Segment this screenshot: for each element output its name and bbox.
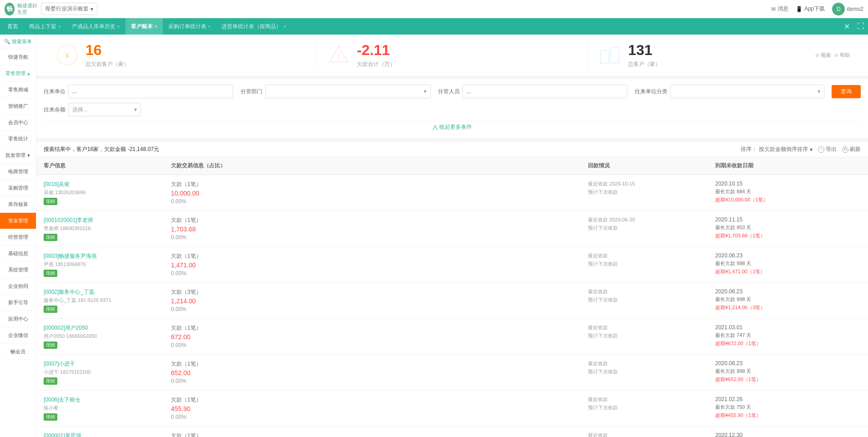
overdue-info-2: 2020.06.23 最长欠款 998 天 超期¥1,471.00（1笔） [715, 252, 861, 275]
customer-name-6[interactable]: [0006]去下粮仓 [44, 396, 171, 404]
company-selector[interactable]: 母婴行业演示账套 ▾ [41, 3, 97, 15]
sidebar-item-retail-mall[interactable]: 零售商城 [0, 82, 36, 98]
overdue-date-5: 2020.06.23 [715, 360, 861, 367]
debt-info-0: 欠款（1笔） 10,000.00 0.00% [171, 181, 588, 205]
user-menu[interactable]: D demo2 [832, 3, 863, 15]
overdue-link-5[interactable]: 超期¥652.00（1笔） [715, 376, 861, 383]
video-help-button[interactable]: ⊙ 视频 [815, 52, 831, 59]
close-all-tabs-button[interactable]: ✕ [842, 22, 852, 31]
customer-name-3[interactable]: [0002]服务中心_丁磊 [44, 288, 171, 296]
close-tab-icon[interactable]: × [283, 24, 286, 29]
dept-select[interactable]: ▾ [265, 85, 430, 98]
tab-home[interactable]: 首页 [2, 23, 24, 30]
payback-latest-0: 最近收款 2020-10-15 [588, 181, 715, 187]
unit-category-label: 往来单位分类 [635, 88, 667, 95]
sidebar-item-basic-info[interactable]: 基础信息 [0, 246, 36, 262]
export-button[interactable]: ↑ 导出 [818, 146, 837, 153]
sidebar-item-retail-stats[interactable]: 零售统计 [0, 131, 36, 147]
tab-customer-account[interactable]: 客户账本 × [125, 18, 163, 35]
sort-select[interactable]: 排序： 按欠款金额倒序排序 ▾ [741, 146, 813, 153]
overdue-days-2: 最长欠款 998 天 [715, 260, 861, 267]
help-button[interactable]: ⊙ 帮助 [834, 52, 850, 59]
payback-info-3: 最近收款 预计下次收款 [588, 288, 715, 303]
total-customers-icon [597, 42, 622, 68]
table-row: [0001020001]李老师 李老师 18600391516 现销 欠款（1笔… [36, 211, 868, 247]
payback-info-5: 最近收款 预计下次收款 [588, 360, 715, 375]
debt-info-2: 欠款（1笔） 1,471.00 0.00% [171, 252, 588, 276]
header-payback: 回款情况 [588, 162, 715, 170]
balance-select[interactable]: 选择... ▾ [68, 103, 141, 116]
customer-name-0[interactable]: [0016]吴俊 [44, 181, 171, 188]
top-right: ✉ 消息 📱 App下载 D demo2 [771, 3, 863, 15]
person-input[interactable]: ... [462, 85, 627, 98]
sidebar-item-member2[interactable]: 畅会员 [0, 344, 36, 360]
sidebar-item-guide[interactable]: 新手引导 [0, 295, 36, 311]
debt-count-0: 欠款（1笔） [171, 181, 588, 188]
close-tab-icon[interactable]: × [208, 24, 211, 29]
customer-contact-2: 尹燕 18513066976 [44, 261, 171, 268]
sidebar-item-quick-nav[interactable]: 快捷导航 [0, 49, 36, 65]
overdue-link-0[interactable]: 超期¥10,000.00（1笔） [715, 196, 861, 203]
dept-label: 分管部门 [241, 88, 262, 95]
collapse-filter-button[interactable]: ⋀ 收起更多条件 [44, 121, 861, 133]
maximize-button[interactable]: ⛶ [855, 22, 866, 30]
sidebar-item-wholesale[interactable]: 批发管理 ▼ [0, 147, 36, 164]
tab-product-listing[interactable]: 商品上下架 × [24, 18, 66, 35]
overdue-link-1[interactable]: 超期¥1,703.68（1笔） [715, 232, 861, 239]
customer-contact-4: 用户2050 18665062050 [44, 333, 171, 340]
overdue-date-2: 2020.06.23 [715, 252, 861, 259]
message-button[interactable]: ✉ 消息 [771, 5, 788, 13]
tab-goods-stats[interactable]: 进货单统计表（按商品） × [216, 18, 291, 35]
sidebar-search[interactable]: 🔍 搜索菜单 [0, 35, 36, 49]
query-button[interactable]: 查询 [832, 85, 861, 98]
tab-product-history[interactable]: 产成品入库单历史 × [66, 18, 125, 35]
overdue-days-4: 最长欠款 747 天 [715, 332, 861, 339]
close-tab-icon[interactable]: × [155, 24, 157, 29]
sidebar-item-ecommerce[interactable]: 电商管理 [0, 164, 36, 180]
payback-next-4: 预计下次收款 [588, 332, 715, 339]
customer-name-5[interactable]: [0007]小进干 [44, 360, 171, 368]
total-debt-value: -2.11 [357, 42, 395, 59]
sidebar-item-apps[interactable]: 应用中心 [0, 311, 36, 327]
payback-info-0: 最近收款 2020-10-15 预计下次收款 [588, 181, 715, 196]
sidebar-item-purchase[interactable]: 采购管理 [0, 180, 36, 196]
customer-name-1[interactable]: [0001020001]李老师 [44, 216, 171, 224]
sidebar-item-collab[interactable]: 企业协同 [0, 278, 36, 295]
header-customer: 客户信息 [44, 162, 171, 170]
table-row: [000002]用户2050 用户2050 18665062050 现销 欠款（… [36, 319, 868, 355]
overdue-link-6[interactable]: 超期¥455.90（1笔） [715, 412, 861, 419]
from-unit-input[interactable]: ... [68, 85, 233, 98]
customer-name-7[interactable]: [000001]黄思源 [44, 432, 171, 437]
sidebar-item-wechat[interactable]: 企业微信 [0, 327, 36, 344]
customer-name-2[interactable]: [0003]畅捷服务尹海燕 [44, 252, 171, 260]
sidebar-item-finance[interactable]: 资金管理 [0, 213, 36, 229]
sidebar-item-operation[interactable]: 经营管理 [0, 229, 36, 246]
app-download-button[interactable]: 📱 App下载 [796, 5, 825, 13]
refresh-button[interactable]: ↻ 刷新 [842, 146, 861, 153]
close-tab-icon[interactable]: × [58, 24, 61, 29]
sidebar-item-system[interactable]: 系统管理 [0, 262, 36, 278]
overdue-link-2[interactable]: 超期¥1,471.00（1笔） [715, 268, 861, 275]
customer-name-4[interactable]: [000002]用户2050 [44, 324, 171, 332]
sidebar-item-retail-mgmt[interactable]: 零售管理 ▲ [0, 65, 36, 82]
debt-amount-4: 672.00 [171, 333, 588, 341]
customer-contact-3: 服务中心_丁磊 181 0125 8371 [44, 297, 171, 304]
sidebar-item-member[interactable]: 会员中心 [0, 115, 36, 131]
overdue-link-4[interactable]: 超期¥672.00（1笔） [715, 340, 861, 347]
overdue-days-5: 最长欠款 998 天 [715, 368, 861, 375]
svg-rect-5 [611, 47, 619, 63]
debt-amount-2: 1,471.00 [171, 261, 588, 269]
payback-latest-4: 最近收款 [588, 324, 715, 331]
sidebar-item-inventory[interactable]: 库存核算 [0, 196, 36, 213]
tab-purchase-order[interactable]: 采购订单统计表 × [163, 18, 216, 35]
data-table: [0016]吴俊 吴俊 13026203696 现销 欠款（1笔） 10,000… [36, 175, 868, 437]
payback-info-4: 最近收款 预计下次收款 [588, 324, 715, 339]
unit-category-select[interactable]: ▾ [670, 85, 824, 98]
filter-from-unit: 往来单位 ... [44, 85, 233, 98]
sidebar-item-marketing[interactable]: 营销推广 [0, 98, 36, 115]
overdue-date-1: 2020.11.15 [715, 216, 861, 223]
debt-amount-5: 652.00 [171, 369, 588, 377]
close-tab-icon[interactable]: × [117, 24, 120, 29]
debt-amount-0: 10,000.00 [171, 190, 588, 197]
overdue-link-3[interactable]: 超期¥1,214.00（3笔） [715, 304, 861, 311]
